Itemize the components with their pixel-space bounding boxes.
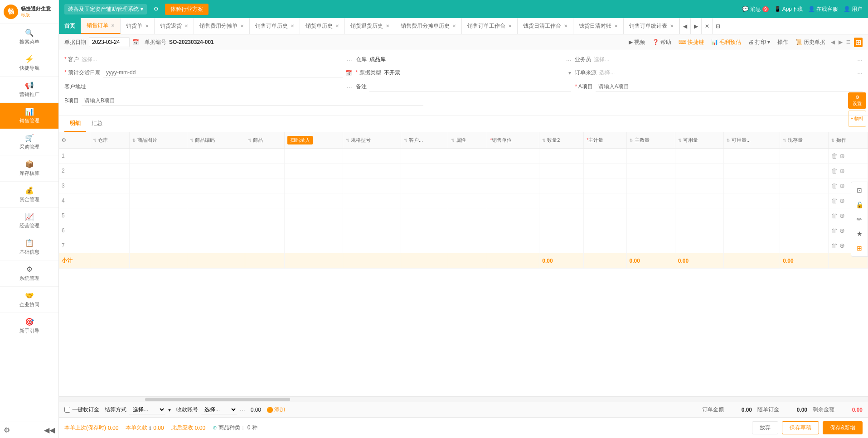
settings-icon[interactable]: ⚙ — [4, 426, 10, 434]
delete-icon[interactable]: 🗑 — [831, 152, 838, 159]
staff-more-icon[interactable]: ··· — [857, 56, 863, 63]
copy-icon[interactable]: ⊕ — [839, 182, 845, 189]
tab-close-4[interactable]: ✕ — [240, 24, 244, 29]
sidebar-item-销售管理[interactable]: 📊销售管理 — [0, 103, 58, 129]
online-service-button[interactable]: 👤 在线客服 — [808, 5, 838, 13]
tab-close-12[interactable]: ✕ — [670, 24, 674, 29]
sidebar-item-资金管理[interactable]: 💰资金管理 — [0, 182, 58, 208]
tab-close-9[interactable]: ✕ — [508, 24, 512, 29]
save-new-button[interactable]: 保存&新增 — [823, 421, 863, 434]
bank-more-icon[interactable]: ··· — [240, 406, 245, 414]
delete-icon[interactable]: 🗑 — [831, 197, 838, 204]
col-header-qty2[interactable]: ⇅ 数量2 — [539, 132, 584, 149]
col-header-available2[interactable]: ⇅ 可用量... — [723, 132, 780, 149]
fr-icon-1[interactable]: ⊡ — [853, 184, 866, 197]
content-tab-汇总[interactable]: 汇总 — [86, 116, 108, 132]
tab-8[interactable]: 销售费用分摊单历史✕ — [395, 18, 462, 34]
fr-icon-2[interactable]: 🔒 — [853, 198, 866, 211]
goods-icon[interactable]: ⊙ — [213, 424, 217, 431]
shortcut-button[interactable]: ⌨ 快捷键 — [677, 38, 706, 47]
tab-0[interactable]: 首页 — [59, 18, 81, 34]
print-button[interactable]: 🖨 打印 ▾ — [747, 38, 772, 47]
warehouse-more-icon[interactable]: ··· — [566, 56, 572, 63]
sidebar-item-库存核算[interactable]: 📦库存核算 — [0, 155, 58, 182]
tab-nav-btn-0[interactable]: ◀ — [679, 18, 690, 34]
one-click-checkbox[interactable]: 一键收订金 — [64, 406, 99, 414]
address-more-icon[interactable]: ··· — [347, 83, 352, 91]
gear-button[interactable]: ⚙ — [150, 4, 161, 14]
date-input[interactable] — [89, 37, 130, 47]
tab-close-1[interactable]: ✕ — [111, 23, 115, 28]
copy-icon[interactable]: ⊕ — [839, 152, 845, 159]
tab-close-11[interactable]: ✕ — [614, 24, 618, 29]
copy-icon[interactable]: ⊕ — [839, 227, 845, 234]
col-header-code[interactable]: ⇅ 商品编码 — [187, 132, 245, 149]
tab-4[interactable]: 销售费用分摊单✕ — [194, 18, 250, 34]
table-container[interactable]: ⚙⇅ 仓库⇅ 商品图片⇅ 商品编码⇅ 商品扫码录入⇅ 规格型号⇅ 客户...⇅ … — [59, 132, 868, 396]
tab-close-6[interactable]: ✕ — [335, 24, 339, 29]
tab-close-10[interactable]: ✕ — [564, 24, 567, 29]
sidebar-item-经营管理[interactable]: 📈经营管理 — [0, 208, 58, 234]
tab-11[interactable]: 钱货日清对账✕ — [573, 18, 624, 34]
industry-button[interactable]: 体验行业方案 — [165, 4, 209, 15]
content-tab-明细[interactable]: 明细 — [64, 116, 86, 132]
tab-nav-btn-1[interactable]: ▶ — [690, 18, 701, 34]
card-view-icon[interactable]: ⊞ — [854, 38, 863, 47]
tab-7[interactable]: 销货退货历史✕ — [345, 18, 395, 34]
invoice-type-value[interactable]: 不开票 — [384, 69, 566, 77]
one-click-input[interactable] — [64, 407, 70, 413]
col-header-available[interactable]: ⇅ 可用量 — [675, 132, 723, 149]
add-settlement-button[interactable]: 🟠 添加 — [267, 406, 285, 414]
credit-icon[interactable]: ℹ — [149, 425, 151, 431]
col-header-stock[interactable]: ⇅ 现存量 — [780, 132, 829, 149]
copy-icon[interactable]: ⊕ — [839, 197, 845, 204]
tab-close-7[interactable]: ✕ — [386, 24, 389, 29]
sidebar-item-新手引导[interactable]: 🎯新手引导 — [0, 313, 58, 339]
delete-icon[interactable]: 🗑 — [831, 167, 838, 174]
message-button[interactable]: 💬 消息 9 — [742, 5, 769, 13]
col-header-ops[interactable]: ⇅ 操作 — [829, 132, 868, 149]
cell-1-ops[interactable]: 🗑⊕ — [829, 149, 868, 164]
col-header-scan[interactable]: 扫码录入 — [284, 132, 343, 149]
history-button[interactable]: 📜 历史单据 — [794, 38, 827, 47]
customer-more-icon[interactable]: ··· — [347, 56, 352, 63]
tab-nav-btn-3[interactable]: ⊡ — [712, 18, 723, 34]
fr-icon-4[interactable]: ★ — [853, 227, 866, 240]
save-draft-button[interactable]: 保存草稿 — [782, 421, 819, 434]
col-settings-icon[interactable]: ⚙ — [62, 137, 66, 143]
prev-record-icon[interactable]: ◀ — [831, 39, 835, 45]
sidebar-item-基础信息[interactable]: 📋基础信息 — [0, 234, 58, 260]
tab-3[interactable]: 销货退货✕ — [155, 18, 194, 34]
next-record-icon[interactable]: ▶ — [839, 39, 843, 45]
video-button[interactable]: ▶ 视频 — [627, 38, 647, 47]
tab-6[interactable]: 销货单历史✕ — [300, 18, 345, 34]
delete-icon[interactable]: 🗑 — [831, 227, 838, 234]
order-source-select[interactable]: 选择... — [599, 69, 854, 77]
calendar-icon[interactable]: 📅 — [132, 39, 139, 45]
tab-2[interactable]: 销货单✕ — [121, 18, 155, 34]
copy-icon[interactable]: ⊕ — [839, 242, 845, 249]
tab-close-8[interactable]: ✕ — [452, 24, 456, 29]
sidebar-item-营销推广[interactable]: 📢营销推广 — [0, 77, 58, 103]
col-header-settings[interactable]: ⚙ — [59, 132, 90, 149]
col-header-main_unit[interactable]: *主计量 — [584, 132, 626, 149]
sidebar-item-采购管理[interactable]: 🛒采购管理 — [0, 129, 58, 155]
tab-nav-btn-2[interactable]: ✕ — [701, 18, 712, 34]
cell-2-ops[interactable]: 🗑⊕ — [829, 164, 868, 178]
order-source-dropdown-icon[interactable]: ··· — [857, 69, 863, 77]
col-header-attr[interactable]: ⇅ 属性 — [448, 132, 487, 149]
col-header-main_qty[interactable]: ⇅ 主数量 — [626, 132, 675, 149]
sidebar-item-企业协同[interactable]: 🤝企业协同 — [0, 287, 58, 313]
delivery-calendar-icon[interactable]: 📅 — [345, 70, 352, 76]
tab-10[interactable]: 钱货日清工作台✕ — [518, 18, 573, 34]
discard-button[interactable]: 放弃 — [752, 421, 778, 434]
col-header-warehouse[interactable]: ⇅ 仓库 — [90, 132, 129, 149]
sidebar-item-搜索菜单[interactable]: 🔍搜索菜单 — [0, 24, 58, 50]
scan-button[interactable]: 扫码录入 — [287, 136, 313, 144]
col-header-product[interactable]: ⇅ 商品 — [245, 132, 284, 149]
operation-button[interactable]: 操作 — [776, 38, 790, 47]
tab-1[interactable]: 销售订单✕ — [81, 18, 121, 34]
b-project-input[interactable] — [82, 96, 423, 106]
horizontal-scrollbar[interactable] — [59, 396, 868, 402]
fr-icon-3[interactable]: ✏ — [853, 213, 866, 226]
